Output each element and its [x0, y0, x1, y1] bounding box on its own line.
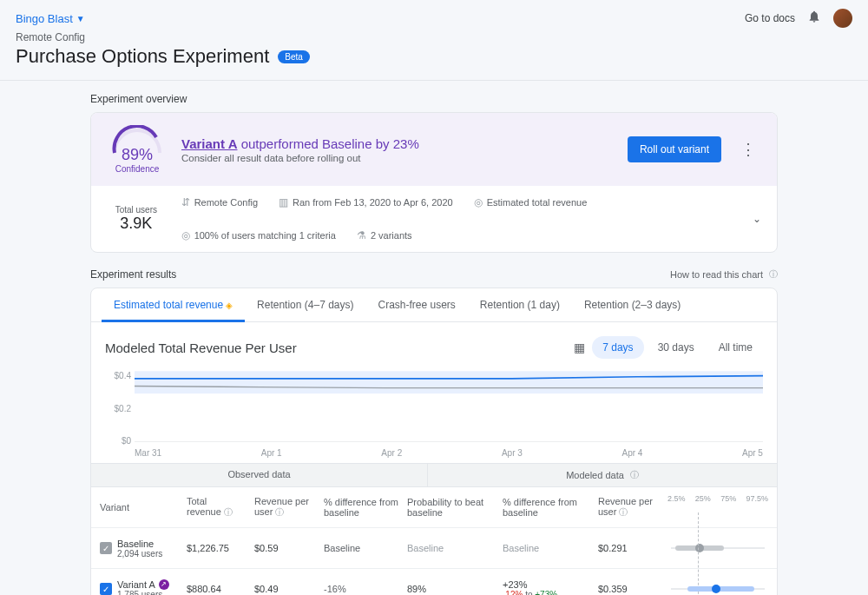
chart-title: Modeled Total Revenue Per User	[105, 340, 297, 355]
meta-dates: ▥Ran from Feb 13, 2020 to Apr 6, 2020	[279, 196, 453, 208]
xtick: Apr 4	[621, 448, 642, 458]
tab-retention-4-7[interactable]: Retention (4–7 days)	[245, 288, 365, 321]
xtick: Apr 5	[742, 448, 763, 458]
variant-checkbox[interactable]: ✓	[100, 583, 112, 595]
help-icon: ⓘ	[769, 268, 778, 281]
summary-subline: Consider all result data before rolling …	[181, 153, 614, 163]
meta-targeting: ◎100% of users matching 1 criteria	[181, 229, 336, 241]
overflow-menu-icon[interactable]: ⋮	[735, 140, 761, 159]
range-30-days[interactable]: 30 days	[648, 336, 705, 359]
chevron-down-icon: ▼	[76, 14, 85, 23]
help-icon: ⓘ	[224, 507, 233, 517]
ytick: $0.2	[105, 404, 131, 413]
expand-chevron-icon[interactable]: ⌄	[753, 213, 761, 225]
confidence-gauge: 89% Confidence	[107, 125, 168, 174]
help-icon: ⓘ	[630, 469, 639, 481]
total-users-label: Total users	[115, 205, 157, 215]
results-label: Experiment results	[90, 268, 176, 281]
target-icon: ◎	[474, 196, 483, 208]
variant-checkbox[interactable]: ✓	[100, 542, 112, 554]
xtick: Apr 3	[502, 448, 523, 458]
summary-headline: Variant A outperformed Baseline by 23%	[181, 136, 614, 151]
table-row: ✓ Variant A ↗ 1,785 users $880.64 $0.49 …	[91, 568, 777, 595]
range-all-time[interactable]: All time	[708, 336, 763, 359]
range-7-days[interactable]: 7 days	[592, 336, 643, 359]
baseline-range-bar	[667, 535, 768, 561]
help-icon: ⓘ	[275, 507, 284, 517]
breadcrumb: Remote Config	[16, 31, 852, 43]
total-users-value: 3.9K	[120, 215, 152, 233]
avatar[interactable]	[833, 9, 852, 28]
notification-bell-icon[interactable]	[807, 10, 821, 27]
variant-range-bar	[667, 576, 768, 595]
observed-data-header: Observed data	[91, 464, 428, 486]
calendar-icon: ▥	[279, 196, 288, 208]
tab-retention-1[interactable]: Retention (1 day)	[468, 288, 572, 321]
branch-icon: ⇵	[181, 196, 190, 208]
beta-badge: Beta	[278, 50, 310, 63]
meta-variants: ⚗2 variants	[357, 229, 412, 241]
project-name: Bingo Blast	[16, 12, 73, 25]
overview-label: Experiment overview	[90, 93, 778, 105]
tab-retention-2-3[interactable]: Retention (2–3 days)	[572, 288, 693, 321]
goal-star-icon: ◈	[226, 301, 233, 310]
calendar-icon[interactable]: ▦	[574, 340, 585, 354]
scope-icon: ◎	[181, 229, 190, 241]
leader-badge-icon: ↗	[159, 579, 169, 590]
table-row: ✓ Baseline 2,094 users $1,226.75 $0.59 B…	[91, 527, 777, 568]
ytick: $0.4	[105, 371, 131, 380]
how-to-read-link[interactable]: How to read this chartⓘ	[670, 268, 778, 281]
results-card: Estimated total revenue◈ Retention (4–7 …	[90, 288, 778, 595]
xtick: Mar 31	[135, 448, 161, 458]
ytick: $0	[105, 436, 131, 446]
xtick: Apr 2	[381, 448, 402, 458]
rollout-button[interactable]: Roll out variant	[628, 136, 721, 162]
project-selector[interactable]: Bingo Blast ▼	[16, 12, 85, 25]
meta-source: ⇵Remote Config	[181, 196, 258, 208]
docs-link[interactable]: Go to docs	[745, 12, 795, 24]
table-header-row: Variant Total revenueⓘ Revenue per userⓘ…	[91, 487, 777, 527]
help-icon: ⓘ	[619, 507, 628, 517]
svg-rect-0	[135, 371, 763, 393]
modeled-data-header: Modeled dataⓘ	[428, 464, 777, 486]
overview-card: 89% Confidence Variant A outperformed Ba…	[90, 112, 778, 253]
page-title: Purchase Options Experiment	[16, 45, 269, 68]
flask-icon: ⚗	[357, 229, 366, 241]
tab-crash-free[interactable]: Crash-free users	[365, 288, 467, 321]
revenue-chart: $0.4 $0.2 $0 Mar 31 Apr 1 Apr 2 Apr 3 Ap…	[91, 359, 777, 463]
confidence-label: Confidence	[115, 164, 160, 174]
metric-tabs: Estimated total revenue◈ Retention (4–7 …	[91, 288, 777, 322]
tab-estimated-revenue[interactable]: Estimated total revenue◈	[102, 288, 245, 321]
xtick: Apr 1	[261, 448, 282, 458]
summary-variant-name: Variant A	[181, 136, 237, 151]
meta-goal: ◎Estimated total revenue	[474, 196, 588, 208]
